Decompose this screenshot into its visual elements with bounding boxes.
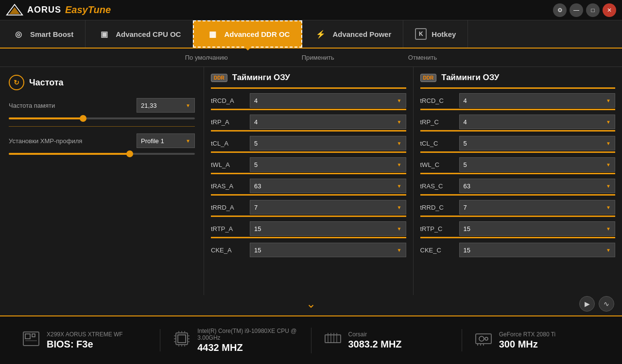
slider-track-trtp_c: [420, 215, 616, 217]
timing-slider-trtp_c: [420, 215, 616, 218]
app-logo: AORUS EasyTune: [6, 3, 111, 17]
tab-smart-boost[interactable]: ◎ Smart Boost: [0, 20, 86, 48]
cpu-name: Intel(R) Core(TM) i9-10980XE CPU @ 3.00G…: [197, 328, 299, 341]
timing-label-row-cke_c: CKE_C15▼: [420, 243, 616, 257]
xmp-select[interactable]: Profile 1 ▼: [137, 133, 195, 148]
timing-label-twl_c: tWL_C: [420, 161, 459, 168]
timing-select-twl_a[interactable]: 5▼: [250, 157, 406, 172]
tab-advanced-cpu-oc[interactable]: ▣ Advanced CPU OC: [86, 20, 193, 48]
xmp-label: Установки ХМР-профиля: [9, 137, 82, 145]
cancel-button[interactable]: Отменить: [400, 52, 445, 63]
slider-track-twl_a: [211, 151, 406, 153]
memory-info: Corsair 3083.2 MHZ: [348, 331, 402, 350]
timing-select-trtp_c[interactable]: 15▼: [459, 221, 616, 236]
tab-hotkey[interactable]: K Hotkey: [403, 20, 468, 48]
timings-panel-a: DDR Тайминги ОЗУ tRCD_A4▼tRP_A4▼tCL_A5▼t…: [204, 67, 414, 295]
timing-select-tras_c[interactable]: 63▼: [459, 179, 616, 193]
timings-c-title-text: Тайминги ОЗУ: [441, 73, 499, 83]
timing-select-trtp_a[interactable]: 15▼: [250, 221, 406, 236]
timing-row-trrd_c: tRRD_C7▼: [420, 194, 616, 215]
timing-arrow-trcd_c: ▼: [606, 98, 611, 103]
timing-row-trrd_a: tRRD_A7▼: [211, 194, 406, 215]
motherboard-bios: BIOS: F3e: [47, 339, 123, 350]
minimize-button[interactable]: —: [570, 3, 583, 17]
default-button[interactable]: По умолчанию: [177, 52, 236, 63]
tab-advanced-ddr-oc-label: Advanced DDR OC: [224, 30, 290, 38]
timing-value-trrd_c: 7: [464, 204, 467, 211]
timing-label-row-twl_a: tWL_A5▼: [211, 157, 406, 172]
xmp-slider[interactable]: [9, 153, 195, 155]
timing-slider-tras_c: [420, 173, 616, 176]
apply-button[interactable]: Применить: [294, 52, 342, 63]
timing-arrow-trtp_a: ▼: [397, 226, 402, 232]
slider-track-tras_c: [420, 173, 616, 174]
timing-value-trrd_a: 7: [254, 204, 258, 211]
timing-select-trrd_a[interactable]: 7▼: [250, 200, 406, 215]
tab-advanced-power[interactable]: ⚡ Advanced Power: [302, 20, 403, 48]
timing-arrow-tcl_c: ▼: [606, 141, 611, 146]
timing-select-trrd_c[interactable]: 7▼: [459, 200, 616, 215]
timing-label-trp_a: tRP_A: [211, 118, 250, 126]
timing-select-trp_a[interactable]: 4▼: [250, 115, 406, 129]
timing-label-row-cke_a: CKE_A15▼: [211, 243, 406, 257]
timing-arrow-cke_a: ▼: [397, 248, 402, 253]
timing-row-twl_c: tWL_C5▼: [420, 151, 616, 172]
memory-speed: 3083.2 MHZ: [348, 339, 402, 350]
timing-row-trcd_c: tRCD_C4▼: [420, 87, 616, 108]
status-bar: X299X AORUS XTREME WF BIOS: F3e: [0, 315, 622, 364]
timing-arrow-twl_a: ▼: [397, 162, 402, 167]
brand-name: AORUS: [27, 5, 61, 15]
timing-arrow-trrd_c: ▼: [606, 205, 611, 210]
timing-slider-trtp_a: [211, 215, 406, 218]
timing-select-trcd_c[interactable]: 4▼: [459, 93, 616, 108]
timing-select-trcd_a[interactable]: 4▼: [250, 93, 406, 108]
motherboard-icon: [21, 329, 41, 351]
timing-value-trcd_c: 4: [464, 97, 467, 104]
timing-select-cke_a[interactable]: 15▼: [250, 243, 406, 257]
freq-icon: ↻: [9, 75, 24, 90]
slider-track-tras_a: [211, 173, 406, 174]
slider-fill: [9, 117, 83, 119]
timing-row-trp_a: tRP_A4▼: [211, 109, 406, 129]
freq-panel-title: ↻ Частота: [9, 75, 195, 90]
timing-arrow-cke_c: ▼: [606, 248, 611, 253]
mem-freq-select[interactable]: 21,33 ▼: [137, 98, 195, 113]
timing-select-tcl_c[interactable]: 5▼: [459, 136, 616, 150]
timing-value-tras_c: 63: [464, 182, 470, 190]
timing-select-trp_c[interactable]: 4▼: [459, 115, 616, 129]
smart-boost-icon: ◎: [12, 27, 25, 41]
svg-rect-4: [32, 334, 35, 337]
slider-thumb[interactable]: [80, 115, 86, 122]
timing-row-tras_a: tRAS_A63▼: [211, 173, 406, 193]
play-button[interactable]: ▶: [579, 296, 595, 312]
mem-freq-slider[interactable]: [9, 117, 195, 119]
gpu-info: GeForce RTX 2080 Ti 300 MHz: [499, 331, 556, 350]
xmp-slider-thumb[interactable]: [126, 150, 133, 157]
timing-label-tras_c: tRAS_C: [420, 182, 459, 190]
ddr-badge-c: DDR: [420, 74, 437, 82]
scroll-indicator: ⌄: [306, 297, 316, 311]
wave-button[interactable]: ∿: [599, 296, 614, 312]
power-icon: ⚡: [314, 27, 328, 41]
tab-advanced-ddr-oc[interactable]: ▦ Advanced DDR OC: [193, 20, 302, 48]
timing-label-tcl_c: tCL_C: [420, 140, 459, 147]
settings-button[interactable]: ⚙: [553, 3, 567, 17]
timing-label-cke_c: CKE_C: [420, 247, 459, 254]
title-bar: AORUS EasyTune ⚙ — □ ✕: [0, 0, 622, 20]
timing-select-tcl_a[interactable]: 5▼: [250, 136, 406, 150]
memory-icon: [323, 329, 343, 351]
svg-point-31: [485, 337, 488, 340]
close-button[interactable]: ✕: [603, 3, 616, 17]
timing-slider-trp_c: [420, 109, 616, 112]
timing-select-tras_a[interactable]: 63▼: [250, 179, 406, 193]
timing-row-twl_a: tWL_A5▼: [211, 151, 406, 172]
timing-select-twl_c[interactable]: 5▼: [459, 157, 616, 172]
status-memory: Corsair 3083.2 MHZ: [311, 329, 462, 351]
slider-track-trrd_a: [211, 194, 406, 196]
frequency-panel: ↻ Частота Частота памяти 21,33 ▼ Установ…: [0, 67, 204, 295]
timing-select-cke_c[interactable]: 15▼: [459, 243, 616, 257]
timing-slider-trcd_a: [211, 87, 406, 90]
timing-row-trtp_a: tRTP_A15▼: [211, 215, 406, 236]
maximize-button[interactable]: □: [586, 3, 600, 17]
timing-row-trp_c: tRP_C4▼: [420, 109, 616, 129]
